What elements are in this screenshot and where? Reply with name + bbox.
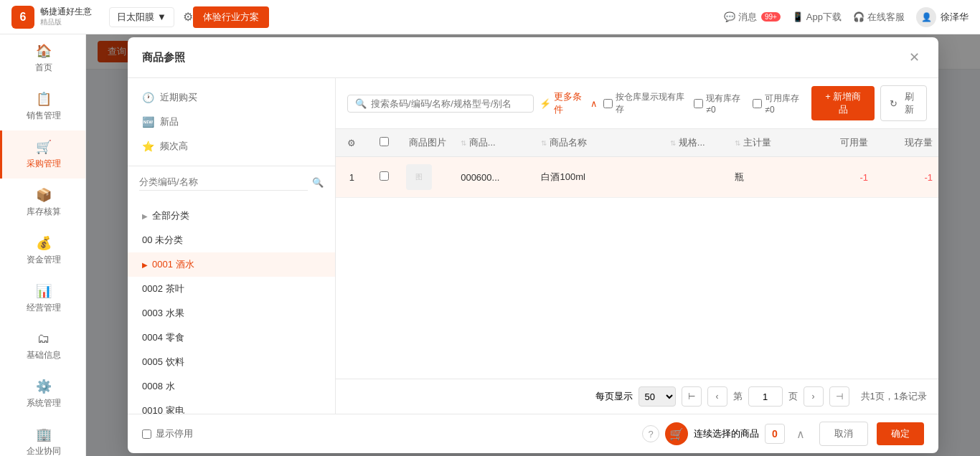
checkbox-warehouse[interactable] xyxy=(603,99,613,108)
col-header-name[interactable]: ⇅ 商品名称 xyxy=(535,129,664,157)
gear-btn[interactable]: ⚙ xyxy=(183,10,193,24)
show-disabled-checkbox[interactable] xyxy=(142,429,151,439)
tab-new[interactable]: 🆕 新品 xyxy=(128,110,335,134)
add-product-btn[interactable]: + 新增商品 xyxy=(811,86,875,120)
sidebar-label-enterprise: 企业协同 xyxy=(27,445,61,456)
total-info: 共1页，1条记录 xyxy=(861,390,927,403)
product-search-input[interactable] xyxy=(371,98,514,109)
sidebar-item-enterprise[interactable]: 🏢 企业协同 xyxy=(0,418,85,456)
cat-0004[interactable]: 0004 零食 xyxy=(128,326,335,350)
cat-0005[interactable]: 0005 饮料 xyxy=(128,350,335,374)
col-header-settings[interactable]: ⚙ xyxy=(336,129,368,157)
home-icon: 🏠 xyxy=(36,43,52,59)
help-icon[interactable]: ? xyxy=(642,425,659,442)
row-spec xyxy=(664,157,729,198)
tab-new-label: 新品 xyxy=(160,115,179,128)
modal-title: 商品参照 xyxy=(142,51,185,65)
category-list: ▶ 全部分类 00 未分类 ▶ 0001 酒水 0002 茶 xyxy=(128,198,335,414)
chevron-down-icon: ▼ xyxy=(157,11,166,22)
row-checkbox[interactable] xyxy=(380,171,389,181)
row-name: 白酒100ml xyxy=(535,157,664,198)
sidebar-item-home[interactable]: 🏠 首页 xyxy=(0,34,85,82)
table-header-row: ⚙ 商品图片 ⇅ xyxy=(336,129,938,157)
logo-text: 畅捷通好生意 xyxy=(40,6,92,18)
tab-recent[interactable]: 🕐 近期购买 xyxy=(128,85,335,110)
tab-frequent-label: 频次高 xyxy=(160,140,188,153)
filter-btn[interactable]: ⚡ 更多条件 ∧ xyxy=(540,90,598,116)
table-row[interactable]: 1 图 000600... 白酒100ml 瓶 -1 -1 xyxy=(336,157,938,198)
refresh-product-btn[interactable]: ↻ 刷新 xyxy=(880,85,927,121)
sidebar-label-assets: 资金管理 xyxy=(27,254,61,266)
service-btn[interactable]: 🎧 在线客服 xyxy=(853,11,905,24)
system-icon: ⚙️ xyxy=(36,379,52,394)
basic-icon: 🗂 xyxy=(37,331,50,346)
sidebar-item-assets[interactable]: 💰 资金管理 xyxy=(0,227,85,275)
last-page-btn[interactable]: ⊣ xyxy=(829,386,849,407)
category-search-icon[interactable]: 🔍 xyxy=(312,177,324,188)
tab-recent-label: 近期购买 xyxy=(160,91,197,104)
cat-all[interactable]: ▶ 全部分类 xyxy=(128,204,335,228)
sidebar: 🏠 首页 📋 销售管理 🛒 采购管理 📦 库存核算 💰 资金管理 📊 经营管理 … xyxy=(0,34,86,456)
category-search-input[interactable] xyxy=(139,174,308,191)
col-header-spec[interactable]: ⇅ 规格... xyxy=(664,129,729,157)
cat-0003[interactable]: 0003 水果 xyxy=(128,301,335,326)
select-all-checkbox[interactable] xyxy=(380,137,389,146)
app-download-btn[interactable]: 📱 App下载 xyxy=(792,11,842,24)
confirm-button[interactable]: 确定 xyxy=(877,422,924,445)
sidebar-label-system: 系统管理 xyxy=(27,397,61,409)
col-header-code[interactable]: ⇅ 商品... xyxy=(455,129,535,157)
cat-all-label: 全部分类 xyxy=(152,209,189,222)
cat-0002[interactable]: 0002 茶叶 xyxy=(128,277,335,301)
product-search-icon: 🔍 xyxy=(355,98,367,109)
cart-label: 连续选择的商品 xyxy=(694,427,759,440)
sidebar-item-inventory[interactable]: 📦 库存核算 xyxy=(0,179,85,227)
cat-0001-arrow: ▶ xyxy=(142,261,148,269)
cat-0001[interactable]: ▶ 0001 酒水 xyxy=(128,252,335,277)
sidebar-label-inventory: 库存核算 xyxy=(27,206,61,218)
show-disabled-label: 显示停用 xyxy=(156,427,193,440)
cat-0003-label: 0003 水果 xyxy=(142,307,184,320)
enterprise-icon: 🏢 xyxy=(36,427,52,442)
cart-icon-wrap[interactable]: 🛒 xyxy=(665,422,688,445)
sidebar-item-system[interactable]: ⚙️ 系统管理 xyxy=(0,370,85,418)
cat-00[interactable]: 00 未分类 xyxy=(128,228,335,252)
cat-0004-label: 0004 零食 xyxy=(142,331,184,344)
checkbox-avail-group: 可用库存≠0 xyxy=(753,92,806,115)
sidebar-item-operations[interactable]: 📊 经营管理 xyxy=(0,275,85,323)
frequent-icon: ⭐ xyxy=(142,141,154,152)
cat-00-label: 00 未分类 xyxy=(142,234,183,247)
cat-0008[interactable]: 0008 水 xyxy=(128,374,335,399)
cancel-button[interactable]: 取消 xyxy=(819,422,868,446)
first-page-btn[interactable]: ⊢ xyxy=(682,386,702,407)
sort-icon-name: ⇅ xyxy=(541,139,547,147)
top-nav: 6 畅捷通好生意 精品版 日太阳膜 ▼ ⚙ 体验行业方案 💬 消息 99+ 📱 … xyxy=(0,0,980,34)
message-btn[interactable]: 💬 消息 99+ xyxy=(724,11,781,24)
checkbox-avail-label: 可用库存≠0 xyxy=(765,92,806,115)
checkbox-avail-ne0[interactable] xyxy=(753,99,762,108)
recent-icon: 🕐 xyxy=(142,92,154,103)
col-header-unit[interactable]: ⇅ 主计量 xyxy=(729,129,793,157)
checkbox-stock-ne0[interactable] xyxy=(694,99,703,108)
cat-0010[interactable]: 0010 家电 xyxy=(128,399,335,414)
prev-page-btn[interactable]: ‹ xyxy=(707,386,727,407)
row-checkbox-cell xyxy=(368,157,400,198)
col-header-stock: 现存量 xyxy=(874,129,938,157)
sidebar-item-basic[interactable]: 🗂 基础信息 xyxy=(0,323,85,370)
user-area[interactable]: 👤 徐泽华 xyxy=(916,7,969,27)
page-input[interactable] xyxy=(748,386,783,407)
sort-icon-unit: ⇅ xyxy=(735,139,740,147)
modal-close-button[interactable]: ✕ xyxy=(904,47,924,67)
product-search-box: 🔍 xyxy=(347,95,534,113)
fold-btn[interactable]: ∧ xyxy=(791,424,811,444)
page-size-select[interactable]: 10 20 50 100 xyxy=(639,386,676,407)
sidebar-item-sales[interactable]: 📋 销售管理 xyxy=(0,82,85,130)
tab-frequent[interactable]: ⭐ 频次高 xyxy=(128,134,335,158)
checkbox-warehouse-label: 按仓库显示现有库存 xyxy=(616,91,688,115)
sidebar-label-operations: 经营管理 xyxy=(27,302,61,314)
trial-btn[interactable]: 体验行业方案 xyxy=(193,6,269,28)
store-selector[interactable]: 日太阳膜 ▼ xyxy=(109,7,174,27)
sidebar-item-purchase[interactable]: 🛒 采购管理 xyxy=(0,130,85,179)
modal-left-panel: 🕐 近期购买 🆕 新品 ⭐ 频次高 xyxy=(128,78,336,414)
next-page-btn[interactable]: › xyxy=(804,386,824,407)
page-unit: 页 xyxy=(788,390,798,403)
